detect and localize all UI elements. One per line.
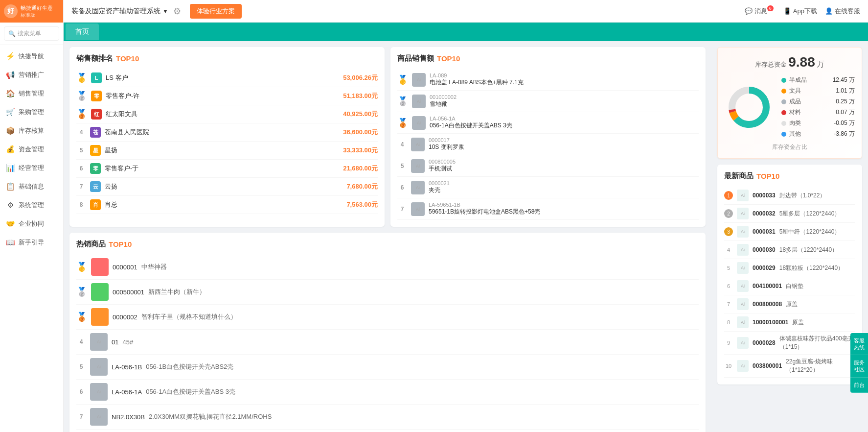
product-sales-row: 7 Ai LA-59651-1B 59651-1B旋转投影灯电池盒ABS黑色+5… xyxy=(397,198,699,220)
tab-home[interactable]: 首页 xyxy=(66,24,99,40)
product-sales-row: 🥈 Ai 001000002 雪地靴 xyxy=(397,91,699,112)
newest-thumb-2: Ai xyxy=(737,208,749,219)
legend-item-semifinished: 半成品 12.45 万 xyxy=(781,76,855,84)
product-sales-title: 商品销售额 TOP10 xyxy=(397,54,699,63)
notification-badge: 6 xyxy=(767,5,774,11)
sidebar-item-guide[interactable]: 📖 新手引导 xyxy=(0,233,63,252)
sidebar-item-quick-nav[interactable]: ⚡ 快捷导航 xyxy=(0,47,63,66)
hot-product-img-6: Ai xyxy=(90,383,108,401)
newest-row-5: 5 Ai 0000029 18颗粒板（1220*2440） xyxy=(724,259,855,277)
hot-products-list: 🥇 0000001 中华神器 🥈 000500001 新西兰牛肉（新牛） 🥉 xyxy=(76,255,699,432)
hot-product-row-6: 6 Ai LA-056-1A 056-1A白色按键开关盖ABS 3壳 xyxy=(76,380,699,405)
hot-product-img-1 xyxy=(91,258,109,276)
hot-medal-3: 🥉 xyxy=(76,312,87,322)
sidebar-item-operations[interactable]: 📊 经营管理 xyxy=(0,159,63,177)
hot-product-row-2: 🥈 000500001 新西兰牛肉（新牛） xyxy=(76,280,699,305)
sidebar-item-inventory[interactable]: 📦 库存核算 xyxy=(0,121,63,140)
purchase-icon: 🛒 xyxy=(6,108,15,117)
product-thumb: Ai xyxy=(412,95,426,108)
logo-text: 畅捷通好生意 标准版 xyxy=(21,4,53,18)
guide-icon: 📖 xyxy=(6,238,15,247)
hot-product-img-7: Ai xyxy=(90,408,108,426)
customer-rank-list: 🥇 L LS 客户 53,006.26元 🥈 零 零售客户-许 51,183.0… xyxy=(76,69,378,214)
notification-icon: 💬 xyxy=(745,7,753,15)
product-thumb: Ai xyxy=(411,202,425,216)
sidebar-item-marketing[interactable]: 📢 营销推广 xyxy=(0,66,63,84)
experience-btn[interactable]: 体验行业方案 xyxy=(190,4,242,19)
settings-icon[interactable]: ⚙ xyxy=(173,6,181,17)
hot-product-row-8: 8 Ai 0000011 12070519-xs xyxy=(76,430,699,432)
newest-row-10: 10 Ai 003800001 22g鱼豆腐-烧烤味（1*12*20） xyxy=(724,355,855,378)
logo-icon: 好 xyxy=(4,4,18,18)
product-medal-2: 🥈 xyxy=(397,96,408,107)
newest-row-3: 3 Ai 0000031 5厘中纤（1220*2440） xyxy=(724,223,855,241)
customer-ranking-title: 销售额排名 TOP10 xyxy=(76,54,378,63)
legend-item-other: 其他 -3.86 万 xyxy=(781,130,855,138)
inventory-donut-chart xyxy=(725,83,774,132)
medal-3-icon: 🥉 xyxy=(76,109,87,120)
sidebar-item-basic[interactable]: 📋 基础信息 xyxy=(0,177,63,196)
sidebar-search-section: 🔍 搜索菜单 xyxy=(0,23,63,45)
product-sales-list: 🥇 Ai LA-089 电池盖 LA-089 ABS本色+黑种 7.1克 🥈 A… xyxy=(397,69,699,220)
sidebar-item-sales[interactable]: 🏠 销售管理 xyxy=(0,84,63,103)
hot-product-row-1: 🥇 0000001 中华神器 xyxy=(76,255,699,280)
notification-item[interactable]: 💬 消息 6 xyxy=(745,7,776,16)
rankings-row: 销售额排名 TOP10 🥇 L LS 客户 53,006.26元 🥈 xyxy=(69,47,706,227)
sidebar-item-finance[interactable]: 💰 资金管理 xyxy=(0,140,63,159)
newest-thumb-10: Ai xyxy=(737,360,749,372)
legend-dot-semifinished xyxy=(781,78,786,83)
newest-row-6: 6 Ai 004100001 白钢垫 xyxy=(724,277,855,295)
legend-dot-meat xyxy=(781,121,786,126)
customer-rank-row: 🥇 L LS 客户 53,006.26元 xyxy=(76,69,378,87)
finance-icon: 💰 xyxy=(6,145,15,154)
newest-thumb-9: Ai xyxy=(737,337,749,349)
medal-2-icon: 🥈 xyxy=(76,91,87,101)
product-medal-3: 🥉 xyxy=(397,118,408,128)
main-area: 装备及固定资产辅助管理系统 ▼ ⚙ 体验行业方案 💬 消息 6 📱 App下载 … xyxy=(64,0,868,432)
sidebar-item-purchase[interactable]: 🛒 采购管理 xyxy=(0,103,63,121)
customer-rank-row: 5 星 星扬 33,333.00元 xyxy=(76,142,378,160)
hot-product-img-4: Ai xyxy=(90,333,108,351)
legend-dot-other xyxy=(781,132,786,137)
customer-badge-2: 零 xyxy=(91,91,102,101)
search-menu-button[interactable]: 🔍 搜索菜单 xyxy=(4,26,59,41)
legend-dot-material xyxy=(781,110,786,115)
product-thumb: Ai xyxy=(411,159,425,173)
customer-badge-8: 肖 xyxy=(90,199,101,210)
sidebar-item-company[interactable]: 🤝 企业协同 xyxy=(0,215,63,233)
newest-row-8: 8 Ai 10000100001 原盖 xyxy=(724,313,855,332)
inventory-footer: 库存资金占比 xyxy=(725,143,855,151)
newest-products-list: 1 Ai 0000033 封边带（1.0*22） 2 Ai 0000032 5厘… xyxy=(724,187,855,378)
topbar: 装备及固定资产辅助管理系统 ▼ ⚙ 体验行业方案 💬 消息 6 📱 App下载 … xyxy=(64,0,868,23)
company-icon: 🤝 xyxy=(6,219,15,228)
customer-rank-row: 🥈 零 零售客户-许 51,183.00元 xyxy=(76,87,378,105)
front-desk-btn[interactable]: 前台 xyxy=(850,378,868,393)
inventory-total: 库存总资金 9.88 万 xyxy=(725,54,855,70)
service-community-btn[interactable]: 服务社区 xyxy=(850,355,868,378)
customer-service-btn[interactable]: 客服热线 xyxy=(850,333,868,356)
customer-badge-6: 零 xyxy=(90,163,101,174)
hot-product-img-5: Ai xyxy=(90,358,108,376)
product-sales-row: 🥇 Ai LA-089 电池盖 LA-089 ABS本色+黑种 7.1克 xyxy=(397,69,699,91)
sidebar-item-system[interactable]: ⚙ 系统管理 xyxy=(0,196,63,215)
product-sales-row: 4 Ai 0000017 10S 变利罗浆 xyxy=(397,134,699,155)
sales-icon: 🏠 xyxy=(6,89,15,98)
customer-rank-row: 🥉 红 红太阳文具 40,925.00元 xyxy=(76,105,378,123)
search-icon: 🔍 xyxy=(8,30,16,37)
legend-dot-finished xyxy=(781,99,786,104)
newest-thumb-8: Ai xyxy=(737,316,749,328)
newest-thumb-1: Ai xyxy=(737,190,749,201)
app-download-item[interactable]: 📱 App下载 xyxy=(783,7,817,16)
newest-thumb-4: Ai xyxy=(737,244,749,256)
legend-item-finished: 成品 0.25 万 xyxy=(781,97,855,106)
newest-thumb-5: Ai xyxy=(737,262,749,274)
online-service-item[interactable]: 👤 在线客服 xyxy=(825,7,860,16)
customer-badge-1: L xyxy=(91,72,102,83)
legend-dot-stationery xyxy=(781,89,786,94)
customer-rank-row: 4 苍 苍南县人民医院 36,600.00元 xyxy=(76,123,378,142)
hot-products-card: 热销商品 TOP10 🥇 0000001 中华神器 🥈 000500001 新 xyxy=(69,233,706,432)
hot-product-row-5: 5 Ai LA-056-1B 056-1B白色按键开关壳ABS2壳 xyxy=(76,355,699,380)
float-buttons: 客服热线 服务社区 前台 xyxy=(850,333,868,393)
hot-product-row-4: 4 Ai 01 45# xyxy=(76,330,699,355)
system-title-dropdown[interactable]: 装备及固定资产辅助管理系统 ▼ xyxy=(71,7,168,16)
